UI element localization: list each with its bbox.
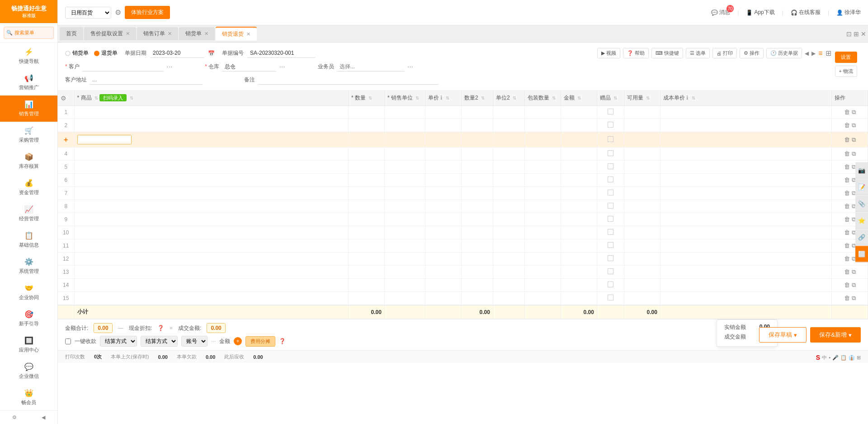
quantity-cell[interactable] — [348, 252, 384, 266]
unit-price-cell[interactable] — [425, 187, 461, 200]
product-cell[interactable] — [74, 174, 348, 187]
amount-cell[interactable] — [561, 226, 597, 239]
unit-price-cell[interactable] — [425, 119, 461, 132]
quantity-cell[interactable] — [348, 266, 384, 279]
online-service-btn[interactable]: 🎧 在线客服 — [791, 9, 821, 16]
topbar-gear-icon[interactable]: ⚙ — [115, 8, 121, 17]
operate-btn[interactable]: ⚙ 操作 — [740, 48, 764, 58]
table-gear-icon[interactable]: ⚙ — [61, 95, 66, 102]
sidebar-item-sales[interactable]: 📊 销售管理 — [0, 95, 57, 122]
sidebar-item-newbie[interactable]: 🎯 新手引导 — [0, 305, 57, 332]
message-btn[interactable]: 💬 消息 70 — [711, 9, 730, 16]
add-btn[interactable]: + — [234, 337, 242, 345]
customer-input[interactable] — [82, 62, 164, 71]
amount-cell[interactable] — [561, 279, 597, 292]
sales-unit-cell[interactable] — [384, 119, 425, 132]
one-click-payment-checkbox[interactable] — [65, 338, 71, 344]
available-cell[interactable] — [624, 132, 660, 148]
qty2-cell[interactable] — [461, 200, 493, 213]
qty2-cell[interactable] — [461, 148, 493, 161]
available-cell[interactable] — [624, 200, 660, 213]
cost-price-cell[interactable] — [660, 213, 831, 226]
product-cell[interactable] — [74, 226, 348, 239]
product-cell[interactable] — [74, 266, 348, 279]
available-cell[interactable] — [624, 239, 660, 252]
staff-dots-icon[interactable]: ··· — [407, 63, 413, 71]
pkg-qty-cell[interactable] — [524, 252, 561, 266]
experience-btn[interactable]: 体验行业方案 — [125, 6, 170, 19]
gift-checkbox[interactable] — [608, 150, 613, 156]
sales-unit-cell[interactable] — [384, 200, 425, 213]
unit-price-cell[interactable] — [425, 226, 461, 239]
toolbar-icon-3[interactable]: 🎤 — [832, 355, 839, 361]
qty2-cell[interactable] — [461, 279, 493, 292]
pkg-qty-cell[interactable] — [524, 119, 561, 132]
doc-input[interactable] — [247, 48, 315, 58]
gift-cell[interactable] — [597, 200, 624, 213]
quantity-cell[interactable] — [348, 279, 384, 292]
cost-price-cell[interactable] — [660, 119, 831, 132]
app-download-btn[interactable]: 📱 App下载 — [746, 9, 774, 16]
product-cell[interactable] — [74, 200, 348, 213]
gift-checkbox[interactable] — [608, 216, 613, 222]
unit-price-cell[interactable] — [425, 279, 461, 292]
delete-row-icon[interactable]: 🗑 — [844, 190, 850, 197]
unit2-cell[interactable] — [493, 239, 524, 252]
available-cell[interactable] — [624, 161, 660, 174]
amount-cell[interactable] — [561, 132, 597, 148]
select-btn[interactable]: ☰ 选单 — [686, 48, 710, 58]
unit2-cell[interactable] — [493, 148, 524, 161]
available-cell[interactable] — [624, 187, 660, 200]
product-cell[interactable] — [74, 106, 348, 119]
amount-cell[interactable] — [561, 148, 597, 161]
sidebar-settings-btn[interactable]: ⚙ — [9, 411, 20, 424]
quantity-cell[interactable] — [348, 174, 384, 187]
product-cell[interactable] — [74, 119, 348, 132]
pkg-qty-cell[interactable] — [524, 174, 561, 187]
qty2-cell[interactable] — [461, 292, 493, 305]
cost-price-cell[interactable] — [660, 252, 831, 266]
quantity-cell[interactable] — [348, 161, 384, 174]
unit-price-cell[interactable] — [425, 213, 461, 226]
gift-cell[interactable] — [597, 161, 624, 174]
delete-row-icon[interactable]: 🗑 — [844, 242, 850, 249]
pkg-qty-cell[interactable] — [524, 148, 561, 161]
product-cell[interactable] — [74, 292, 348, 305]
grid-view-icon[interactable]: ⊞ — [826, 49, 831, 57]
sales-unit-cell[interactable] — [384, 187, 425, 200]
cost-price-cell[interactable] — [660, 279, 831, 292]
gift-cell[interactable] — [597, 213, 624, 226]
delete-row-icon[interactable]: 🗑 — [844, 176, 850, 184]
qty2-cell[interactable] — [461, 213, 493, 226]
pkg-qty-cell[interactable] — [524, 213, 561, 226]
quantity-cell[interactable] — [348, 119, 384, 132]
tab-home[interactable]: 首页 — [60, 27, 83, 40]
video-btn[interactable]: ▶ 视频 — [597, 48, 620, 58]
delete-row-icon[interactable]: 🗑 — [844, 163, 850, 171]
gift-cell[interactable] — [597, 174, 624, 187]
cost-price-cell[interactable] — [660, 200, 831, 213]
delete-row-icon[interactable]: 🗑 — [844, 255, 850, 262]
tab-sales-return[interactable]: 销货退货 ✕ — [216, 27, 257, 41]
cost-price-sort-icon[interactable]: ⇅ — [692, 95, 695, 100]
amount-cell[interactable] — [561, 161, 597, 174]
sidebar-item-purchase[interactable]: 🛒 采购管理 — [0, 122, 57, 148]
copy-row-icon[interactable]: ⧉ — [852, 281, 856, 289]
qty2-cell[interactable] — [461, 119, 493, 132]
sidebar-item-system[interactable]: ⚙️ 系统管理 — [0, 253, 57, 279]
unit2-cell[interactable] — [493, 292, 524, 305]
tab-sales-order[interactable]: 销售订单 ✕ — [137, 27, 178, 40]
sales-unit-cell[interactable] — [384, 279, 425, 292]
quantity-cell[interactable] — [348, 239, 384, 252]
qty2-cell[interactable] — [461, 266, 493, 279]
qty2-cell[interactable] — [461, 239, 493, 252]
product-cell[interactable] — [74, 252, 348, 266]
cost-price-cell[interactable] — [660, 174, 831, 187]
rfloat-active-btn[interactable]: ⬜ — [855, 246, 868, 262]
cost-price-cell[interactable] — [660, 266, 831, 279]
unit-price-cell[interactable] — [425, 266, 461, 279]
rfloat-camera-btn[interactable]: 📷 — [855, 162, 868, 178]
discount-help-icon[interactable]: ❓ — [157, 325, 164, 331]
sidebar-item-inventory[interactable]: 📦 库存核算 — [0, 148, 57, 174]
quantity-cell[interactable] — [348, 187, 384, 200]
